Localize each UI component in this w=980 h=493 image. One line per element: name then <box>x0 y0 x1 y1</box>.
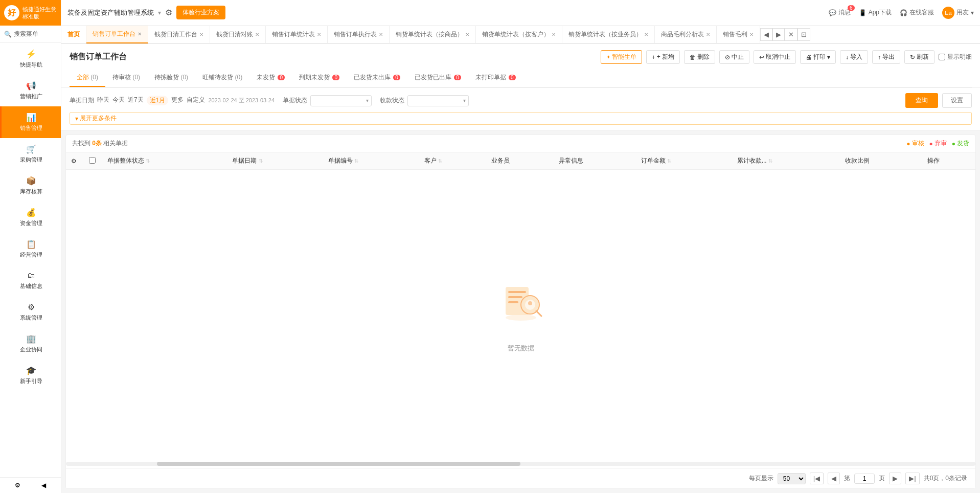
tab-sales-order-stats[interactable]: 销售订单统计表 ✕ <box>266 26 328 43</box>
new-button[interactable]: + + 新增 <box>646 50 680 64</box>
tab-close-sales-order-workbench[interactable]: ✕ <box>138 31 142 37</box>
table-scroll-area[interactable]: ⚙ 单据整体状态 ⇅ 单据日期 ⇅ 单据编号 <box>66 152 975 460</box>
user-menu[interactable]: Ea 用友 ▾ <box>942 7 974 19</box>
tab-sales-order-workbench[interactable]: 销售订单工作台 ✕ <box>86 26 148 43</box>
settings-icon[interactable]: ⚙ <box>15 482 20 489</box>
sidebar-item-corp[interactable]: 🏢 企业协同 <box>0 328 61 360</box>
tab-close-sales-stats-customer[interactable]: ✕ <box>552 32 556 37</box>
show-detail-checkbox[interactable] <box>939 54 945 60</box>
tab-home[interactable]: 首页 <box>61 26 86 43</box>
tab-gross-profit[interactable]: 商品毛利分析表 ✕ <box>655 26 717 43</box>
sort-amount-icon[interactable]: ⇅ <box>667 158 671 164</box>
sales-icon: 📊 <box>26 113 36 122</box>
sort-date-icon[interactable]: ⇅ <box>259 158 263 164</box>
date-yesterday[interactable]: 昨天 <box>97 96 109 105</box>
topbar-settings-icon[interactable]: ⚙ <box>165 8 172 17</box>
unreviewed-action-button[interactable]: ● 弃审 <box>929 139 947 148</box>
sort-received-icon[interactable]: ⇅ <box>768 158 772 164</box>
sidebar-item-purchase[interactable]: 🛒 采购管理 <box>0 138 61 170</box>
date-more[interactable]: 更多 <box>171 96 184 105</box>
sidebar-item-base[interactable]: 🗂 基础信息 <box>0 265 61 296</box>
sidebar-item-system[interactable]: ⚙ 系统管理 <box>0 296 61 328</box>
sidebar-item-inventory[interactable]: 📦 库存核算 <box>0 170 61 201</box>
tab-sales-stats-product[interactable]: 销货单统计表（按商品） ✕ <box>390 26 476 43</box>
filter-tab-not-printed[interactable]: 未打印单据 0 <box>468 69 523 87</box>
filter-tab-expired-not-shipped[interactable]: 到期未发货 0 <box>292 69 347 87</box>
tab-close-sales-stats-product[interactable]: ✕ <box>465 32 469 37</box>
status-select[interactable] <box>310 95 372 106</box>
date-today[interactable]: 今天 <box>112 96 125 105</box>
cancel-stop-button[interactable]: ↩ 取消中止 <box>754 50 796 64</box>
sidebar-item-ops[interactable]: 📋 经营管理 <box>0 233 61 265</box>
export-button[interactable]: ↑ 导出 <box>872 50 900 64</box>
date-custom[interactable]: 自定义 <box>187 96 205 105</box>
tab-close-cash-reconcile[interactable]: ✕ <box>255 32 259 37</box>
tab-sales-stats-customer[interactable]: 销货单统计表（按客户） ✕ <box>476 26 562 43</box>
query-button[interactable]: 查询 <box>905 93 938 108</box>
tab-nav-next[interactable]: ▶ <box>772 28 785 41</box>
page-last-button[interactable]: ▶| <box>905 473 919 484</box>
tab-close-sales-order-exec[interactable]: ✕ <box>379 32 383 37</box>
online-service-item[interactable]: 🎧 在线客服 <box>900 8 934 17</box>
import-button[interactable]: ↓ 导入 <box>840 50 868 64</box>
expand-conditions-button[interactable]: ▾ 展开更多条件 <box>70 112 972 125</box>
sidebar-item-sales[interactable]: 📊 销售管理 <box>0 106 61 138</box>
tab-cash-daily[interactable]: 钱货日清工作台 ✕ <box>148 26 210 43</box>
tab-close-sales-stats-staff[interactable]: ✕ <box>644 32 648 37</box>
page-size-select[interactable]: 50 10 20 100 <box>778 473 806 484</box>
collapse-icon[interactable]: ◀ <box>41 482 46 489</box>
delete-button[interactable]: 🗑 删除 <box>684 50 715 64</box>
tab-close-all[interactable]: ✕ <box>785 28 797 41</box>
tab-sales-order-exec[interactable]: 销售订单执行表 ✕ <box>328 26 390 43</box>
review-action-button[interactable]: ● 审核 <box>906 139 924 148</box>
page-prev-button[interactable]: ◀ <box>828 473 840 484</box>
page-next-button[interactable]: ▶ <box>889 473 901 484</box>
set-button[interactable]: 设置 <box>942 93 972 108</box>
title-dropdown-icon[interactable]: ▾ <box>158 9 161 16</box>
page-number-input[interactable] <box>854 474 875 484</box>
col-settings[interactable]: ⚙ <box>66 152 82 170</box>
ship-action-button[interactable]: ● 发货 <box>952 139 969 148</box>
tab-nav-prev[interactable]: ◀ <box>760 28 772 41</box>
sort-status-icon[interactable]: ⇅ <box>146 158 150 164</box>
tab-close-sales-order-stats[interactable]: ✕ <box>317 32 321 37</box>
sidebar-item-quick-nav[interactable]: ⚡ 快捷导航 <box>0 43 61 75</box>
print-button[interactable]: 🖨 打印 ▾ <box>800 50 836 64</box>
filter-tab-shipped-not-out[interactable]: 已发货未出库 0 <box>347 69 407 87</box>
col-checkbox[interactable] <box>82 152 102 170</box>
filter-tab-pending-review[interactable]: 待审核 (0) <box>105 69 147 87</box>
payment-select[interactable] <box>407 95 469 106</box>
industry-solution-button[interactable]: 体验行业方案 <box>176 6 225 19</box>
message-icon-item[interactable]: 💬 消息 6 <box>829 8 851 17</box>
smart-generate-button[interactable]: 智能生单 <box>601 50 642 64</box>
filter-tab-shipped-out[interactable]: 已发货已出库 0 <box>407 69 468 87</box>
tab-sales-stats-staff[interactable]: 销货单统计表（按业务员） ✕ <box>562 26 655 43</box>
filter-tab-all[interactable]: 全部 (0) <box>70 69 105 87</box>
date-1month[interactable]: 近1月 <box>147 96 169 105</box>
tab-close-sales-profit[interactable]: ✕ <box>749 32 754 37</box>
tab-cash-reconcile[interactable]: 钱货日清对账 ✕ <box>210 26 266 43</box>
page-first-button[interactable]: |◀ <box>810 473 824 484</box>
sidebar-item-marketing[interactable]: 📢 营销推广 <box>0 75 61 106</box>
date-7days[interactable]: 近7天 <box>128 96 144 105</box>
tab-close-cash-daily[interactable]: ✕ <box>199 32 203 37</box>
app-download-item[interactable]: 📱 App下载 <box>859 8 892 17</box>
tab-close-gross-profit[interactable]: ✕ <box>706 32 710 37</box>
horizontal-scrollbar[interactable] <box>66 462 975 466</box>
sidebar-search[interactable]: 🔍 搜索菜单 <box>0 26 61 43</box>
stop-button[interactable]: ⊘ 中止 <box>719 50 749 64</box>
sort-customer-icon[interactable]: ⇅ <box>438 158 442 164</box>
filter-tab-pending-check[interactable]: 待拣验货 (0) <box>147 69 195 87</box>
sidebar-item-finance[interactable]: 💰 资金管理 <box>0 201 61 233</box>
refresh-button[interactable]: ↻ 刷新 <box>904 50 935 64</box>
sort-number-icon[interactable]: ⇅ <box>354 158 358 164</box>
sidebar-item-guide[interactable]: 🎓 新手引导 <box>0 360 61 391</box>
show-detail-label[interactable]: 显示明细 <box>939 53 972 61</box>
tab-expand[interactable]: ⊡ <box>797 28 810 41</box>
scrollbar-thumb[interactable] <box>157 462 521 466</box>
filter-tab-not-shipped[interactable]: 未发货 0 <box>249 69 292 87</box>
filter-tab-wangpu[interactable]: 旺铺待发货 (0) <box>195 69 249 87</box>
filter-tabs: 全部 (0) 待审核 (0) 待拣验货 (0) 旺铺待发货 (0) 未发货 <box>70 69 972 87</box>
tab-sales-profit[interactable]: 销售毛利 ✕ <box>717 26 760 43</box>
select-all-checkbox[interactable] <box>89 157 96 164</box>
